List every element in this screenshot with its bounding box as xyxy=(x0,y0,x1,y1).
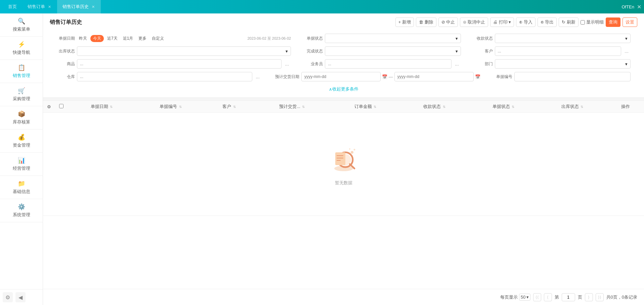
table-container: ⚙ 单据日期 ⇅ 单据编号 ⇅ xyxy=(43,101,644,289)
col-customer[interactable]: 客户 ⇅ xyxy=(205,101,253,113)
order-status-label: 单据状态 xyxy=(304,36,323,41)
sidebar-item-basic-info[interactable]: 📁 基础信息 xyxy=(0,176,43,199)
export-button[interactable]: ⊕ 导出 xyxy=(538,17,557,27)
date-filter-label: 单据日期 xyxy=(56,36,75,41)
sidebar-item-quick-nav[interactable]: ⚡ 快捷导航 xyxy=(0,37,43,60)
payment-status-select[interactable]: ▾ xyxy=(495,34,631,43)
show-detail-label[interactable]: 显示明细 xyxy=(581,19,604,25)
order-status-select[interactable]: ▾ xyxy=(325,34,461,43)
tab-sales-order-history-label: 销售订单历史 xyxy=(62,4,89,10)
col-actions-label: 操作 xyxy=(621,104,630,109)
customer-ellipsis[interactable]: ... xyxy=(622,48,631,54)
delivery-end-date[interactable] xyxy=(394,72,474,81)
pagination-bar: 每页显示 50 ▾ ⟨⟨ ⟨ 第 页 ⟩ ⟩⟩ 共0页，0条记录 xyxy=(43,289,644,305)
import-button[interactable]: ⊕ 导入 xyxy=(516,17,535,27)
table-settings-col[interactable]: ⚙ xyxy=(43,101,55,113)
department-select[interactable]: ▾ xyxy=(495,59,631,69)
page-title-row: 销售订单历史 + 新增 🗑 删除 ⊘ 中止 ⊙ 取消中止 🖨 xyxy=(50,17,637,27)
tab-home[interactable]: 首页 xyxy=(3,0,22,13)
product-input[interactable] xyxy=(77,59,282,69)
delete-button-label: 🗑 删除 xyxy=(419,19,433,25)
pager-prev-btn[interactable]: ⟨ xyxy=(544,293,552,301)
tab-sales-order[interactable]: 销售订单 ✕ xyxy=(22,0,57,13)
tabs-area: 首页 销售订单 ✕ 销售订单历史 ✕ xyxy=(3,0,101,13)
filter-order-number: 单据编号 xyxy=(494,72,631,81)
salesperson-ellipsis[interactable]: ... xyxy=(453,61,461,67)
sidebar-item-purchase-mgmt[interactable]: 🛒 采购管理 xyxy=(0,83,43,106)
order-number-input[interactable] xyxy=(514,72,631,81)
table-checkbox-col[interactable] xyxy=(55,101,67,113)
tab-sales-order-label: 销售订单 xyxy=(28,4,45,10)
print-button[interactable]: 🖨 打印 ▾ xyxy=(490,17,514,27)
sidebar-settings-btn[interactable]: ⚙ xyxy=(3,292,13,302)
sidebar-item-finance[interactable]: 💰 资金管理 xyxy=(0,129,43,153)
finance-icon: 💰 xyxy=(18,134,25,141)
sidebar-item-sys-mgmt[interactable]: ⚙️ 系统管理 xyxy=(0,199,43,222)
page-number-input[interactable] xyxy=(562,293,575,301)
sidebar-item-search-menu[interactable]: 🔍 搜索菜单 xyxy=(0,13,43,37)
calendar-end-icon[interactable]: 📅 xyxy=(475,74,480,79)
delivery-status-label: 出库状态 xyxy=(56,48,75,54)
select-all-checkbox[interactable] xyxy=(59,104,63,108)
collapse-row[interactable]: ∧ 收起更多条件 xyxy=(56,85,631,93)
settings-button[interactable]: 设置 xyxy=(622,17,637,27)
table-settings-icon[interactable]: ⚙ xyxy=(47,104,51,109)
date-btn-7days[interactable]: 近7天 xyxy=(105,35,120,42)
cancel-stop-button-label: ⊙ 取消中止 xyxy=(463,19,485,25)
sidebar-item-sales-mgmt[interactable]: 📋 销售管理 xyxy=(0,60,43,83)
page-size-label: 每页显示 xyxy=(500,294,518,300)
tab-sales-order-history[interactable]: 销售订单历史 ✕ xyxy=(57,0,101,13)
product-control: ... xyxy=(77,59,291,69)
tab-sales-order-close[interactable]: ✕ xyxy=(47,4,52,9)
product-ellipsis[interactable]: ... xyxy=(283,61,291,67)
window-close-btn[interactable]: ✕ xyxy=(637,4,641,10)
department-control: ▾ xyxy=(495,59,631,69)
col-delivery-status[interactable]: 出库状态 ⇅ xyxy=(538,101,607,113)
pager-next-btn[interactable]: ⟩ xyxy=(585,293,593,301)
date-btn-more[interactable]: 更多 xyxy=(136,35,148,42)
col-payment-status[interactable]: 收款状态 ⇅ xyxy=(400,101,469,113)
page-header: 销售订单历史 + 新增 🗑 删除 ⊘ 中止 ⊙ 取消中止 🖨 xyxy=(43,13,644,98)
show-detail-checkbox[interactable] xyxy=(581,20,585,25)
sidebar-item-basic-info-label: 基础信息 xyxy=(13,189,30,195)
col-order-number[interactable]: 单据编号 ⇅ xyxy=(136,101,205,113)
calendar-start-icon[interactable]: 📅 xyxy=(382,74,387,79)
col-expected-delivery[interactable]: 预计交货... ⇅ xyxy=(253,101,331,113)
query-button[interactable]: 查询 xyxy=(606,17,620,27)
date-btn-yesterday[interactable]: 昨天 xyxy=(77,35,89,42)
salesperson-input[interactable] xyxy=(325,59,452,69)
filter-payment-status: 收款状态 ▾ xyxy=(474,34,631,43)
filter-date: 单据日期 昨天 今天 近7天 近1月 更多 自定义 2023-06-02 至 2… xyxy=(56,35,291,42)
delivery-status-select[interactable]: ▾ xyxy=(77,46,291,56)
date-range-text: 2023-06-02 至 2023-06-02 xyxy=(247,36,291,41)
filter-warehouse: 仓库 ... xyxy=(56,72,262,81)
col-order-status[interactable]: 单据状态 ⇅ xyxy=(469,101,538,113)
cancel-stop-button[interactable]: ⊙ 取消中止 xyxy=(460,17,488,27)
stop-button[interactable]: ⊘ 中止 xyxy=(438,17,458,27)
refresh-button[interactable]: ↻ 刷新 xyxy=(559,17,578,27)
col-order-status-label: 单据状态 xyxy=(492,104,510,109)
new-button[interactable]: + 新增 xyxy=(395,17,414,27)
delivery-start-date[interactable] xyxy=(301,72,381,81)
completion-status-label: 完成状态 xyxy=(304,48,323,54)
pager-last-btn[interactable]: ⟩⟩ xyxy=(596,293,604,301)
sidebar-item-inventory-label: 库存核算 xyxy=(13,119,30,125)
completion-status-select[interactable]: ▾ xyxy=(325,46,461,56)
customer-input[interactable] xyxy=(495,46,621,56)
delete-button[interactable]: 🗑 删除 xyxy=(416,17,436,27)
date-btn-1month[interactable]: 近1月 xyxy=(121,35,135,42)
sidebar-collapse-btn[interactable]: ◀ xyxy=(15,292,26,302)
warehouse-ellipsis[interactable]: ... xyxy=(254,74,262,79)
warehouse-input[interactable] xyxy=(77,72,252,81)
col-order-amount[interactable]: 订单金额 ⇅ xyxy=(331,101,400,113)
page-size-box[interactable]: 50 ▾ xyxy=(519,294,530,301)
tab-sales-order-history-close[interactable]: ✕ xyxy=(91,4,95,9)
pager-first-btn[interactable]: ⟨⟨ xyxy=(533,293,541,301)
col-order-date[interactable]: 单据日期 ⇅ xyxy=(67,101,136,113)
sidebar-item-inventory[interactable]: 📦 库存核算 xyxy=(0,106,43,129)
sidebar-item-operations[interactable]: 📊 经营管理 xyxy=(0,153,43,176)
stop-button-label: ⊘ 中止 xyxy=(441,19,455,25)
date-btn-custom[interactable]: 自定义 xyxy=(150,35,166,42)
col-order-status-sort-icon: ⇅ xyxy=(512,105,514,109)
date-btn-today[interactable]: 今天 xyxy=(90,35,104,42)
